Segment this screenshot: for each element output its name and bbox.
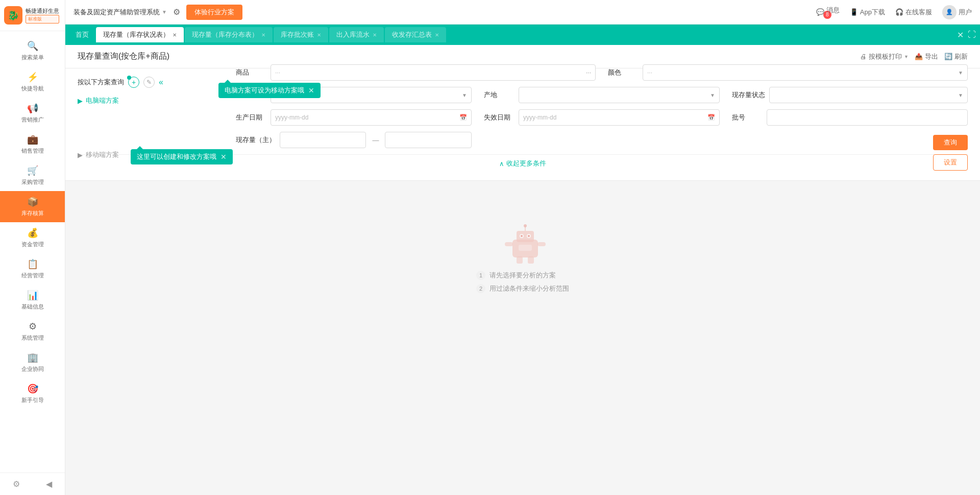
tab-batch-ledger[interactable]: 库存批次账 ✕	[274, 27, 328, 42]
tab-close-in-out[interactable]: ✕	[373, 32, 377, 38]
color-dropdown-icon: ▼	[958, 70, 963, 76]
export-icon: 📤	[915, 53, 923, 60]
filter-add-wrapper: +	[128, 77, 139, 88]
tab-close-batch-ledger[interactable]: ✕	[317, 32, 321, 38]
goods-label: 商品	[236, 68, 266, 77]
mfg-date-input[interactable]: yyyy-mm-dd 📅	[271, 109, 472, 126]
tabs-right: ✕ ⛶	[957, 30, 976, 40]
hint-text-2: 用过滤条件来缩小分析范围	[489, 284, 569, 293]
content-area: 现存量查询(按仓库+商品) 🖨 按模板打印 ▼ 📤 导出 🔄 刷新	[65, 45, 980, 495]
marketing-icon: 📢	[27, 103, 38, 114]
filter-row-3: 生产日期 yyyy-mm-dd 📅 失效日期 yyyy-mm-dd 📅	[236, 109, 968, 126]
logo-text: 畅捷通好生意	[26, 7, 59, 15]
online-support-label: 在线客服	[905, 8, 932, 17]
tab-inventory-dist-label: 现存量（库存分布表）	[192, 30, 258, 39]
sidebar-label-search: 搜索菜单	[21, 54, 44, 61]
tooltip-scheme-close[interactable]: ✕	[220, 153, 227, 161]
sidebar-item-finance[interactable]: 💰 资金管理	[0, 222, 65, 253]
tab-inventory-dist[interactable]: 现存量（库存分布表） ✕	[185, 27, 273, 42]
empty-state: 1 请先选择要分析的方案 2 用过滤条件来缩小分析范围	[65, 181, 980, 334]
exp-date-label: 失效日期	[484, 113, 514, 122]
print-button[interactable]: 🖨 按模板打印 ▼	[860, 52, 909, 61]
refresh-button[interactable]: 🔄 刷新	[944, 52, 968, 61]
refresh-label: 刷新	[954, 52, 968, 61]
sidebar-item-guide[interactable]: ⚡ 快捷导航	[0, 66, 65, 98]
exp-date-input[interactable]: yyyy-mm-dd 📅	[519, 109, 720, 126]
operation-icon: 📋	[27, 258, 38, 270]
empty-icon	[502, 222, 543, 263]
tab-fullscreen-icon[interactable]: ⛶	[968, 30, 976, 39]
mfg-date-placeholder: yyyy-mm-dd	[275, 114, 308, 121]
app-download-action[interactable]: 📱 App下载	[850, 8, 885, 17]
sidebar-label-guide: 快捷导航	[21, 85, 44, 92]
svg-rect-9	[537, 242, 546, 246]
purchase-icon: 🛒	[27, 165, 38, 176]
filter-row-4: 现存量（主） —	[236, 132, 968, 148]
empty-robot-svg	[502, 222, 548, 268]
sidebar-item-basic[interactable]: 📊 基础信息	[0, 285, 65, 316]
sidebar-label-basic: 基础信息	[21, 303, 44, 311]
sidebar-item-search[interactable]: 🔍 搜索菜单	[0, 35, 65, 66]
tab-collect-send[interactable]: 收发存汇总表 ✕	[385, 27, 446, 42]
header-left: 装备及固定资产辅助管理系统 ▼ ⚙ 体验行业方案	[74, 5, 242, 20]
message-action[interactable]: 💬 消息 8	[816, 6, 840, 19]
newbie-icon: 🎯	[27, 383, 38, 394]
sidebar-item-inventory[interactable]: 📦 库存核算	[0, 191, 65, 222]
user-action[interactable]: 👤 用户	[942, 5, 972, 19]
setting-button[interactable]: 设置	[933, 154, 968, 171]
sidebar-settings-icon[interactable]: ⚙	[11, 477, 22, 491]
sidebar-collapse-icon[interactable]: ◀	[44, 477, 54, 491]
filter-edit-button[interactable]: ✎	[143, 77, 155, 88]
sidebar-item-sales[interactable]: 💼 销售管理	[0, 129, 65, 160]
mfg-date-calendar-icon: 📅	[459, 114, 467, 121]
header-settings-icon[interactable]: ⚙	[173, 7, 180, 17]
sidebar-item-system[interactable]: ⚙ 系统管理	[0, 316, 65, 347]
sidebar-label-marketing: 营销推广	[21, 116, 44, 124]
field-exp-date: 失效日期 yyyy-mm-dd 📅	[484, 109, 720, 126]
tooltip-pc-close[interactable]: ✕	[308, 86, 314, 95]
sidebar-item-operation[interactable]: 📋 经营管理	[0, 253, 65, 285]
refresh-icon: 🔄	[944, 53, 952, 60]
chevron-down-icon: ▼	[162, 9, 167, 15]
filter-arrow-button[interactable]: «	[159, 78, 163, 87]
stock-status-dropdown-icon: ▼	[958, 92, 963, 98]
tooltip-scheme-edit: 这里可以创建和修改方案哦 ✕	[131, 149, 233, 164]
filter-label: 按以下方案查询	[78, 78, 124, 87]
filter-header: 按以下方案查询 + ✎ «	[78, 77, 968, 88]
sidebar-label-operation: 经营管理	[21, 272, 44, 279]
online-support-action[interactable]: 🎧 在线客服	[895, 8, 932, 17]
stock-main-to[interactable]	[385, 132, 471, 148]
print-icon: 🖨	[860, 53, 867, 60]
trial-button[interactable]: 体验行业方案	[186, 5, 242, 20]
tab-in-out[interactable]: 出入库流水 ✕	[329, 27, 384, 42]
sidebar-item-marketing[interactable]: 📢 营销推广	[0, 98, 65, 129]
hint-text-1: 请先选择要分析的方案	[489, 271, 556, 280]
sidebar-item-newbie[interactable]: 🎯 新手引导	[0, 378, 65, 409]
tab-home[interactable]: 首页	[69, 27, 95, 42]
tooltip-pc-scheme: 电脑方案可设为移动方案哦 ✕	[218, 83, 321, 98]
batch-input[interactable]	[767, 109, 968, 126]
system-name-select[interactable]: 装备及固定资产辅助管理系统 ▼	[74, 8, 167, 17]
svg-point-7	[524, 224, 527, 227]
origin-input[interactable]: ▼	[519, 87, 720, 103]
tab-close-inventory-status[interactable]: ✕	[173, 32, 177, 38]
tooltip-pc-text: 电脑方案可设为移动方案哦	[225, 86, 304, 95]
export-button[interactable]: 📤 导出	[915, 52, 938, 61]
search-button[interactable]: 查询	[933, 135, 968, 150]
size-dropdown-icon: ▼	[462, 92, 467, 98]
field-stock-main: 现存量（主） —	[236, 132, 472, 148]
logo-icon: 🐉	[4, 6, 22, 25]
tab-inventory-status[interactable]: 现存量（库存状况表） ✕	[96, 27, 184, 42]
tab-close-inventory-dist[interactable]: ✕	[261, 32, 265, 38]
stock-main-from[interactable]	[280, 132, 366, 148]
field-stock-status: 现存量状态 ▼	[732, 87, 968, 103]
export-label: 导出	[925, 52, 938, 61]
sidebar-item-purchase[interactable]: 🛒 采购管理	[0, 160, 65, 191]
stock-status-input[interactable]: ▼	[769, 87, 968, 103]
search-btn-group: 查询 设置	[933, 135, 968, 171]
empty-hint-2: 2 用过滤条件来缩小分析范围	[476, 284, 569, 293]
origin-dropdown-icon: ▼	[710, 92, 715, 98]
sidebar-item-enterprise[interactable]: 🏢 企业协同	[0, 347, 65, 378]
tab-close-all-icon[interactable]: ✕	[957, 30, 964, 40]
tab-close-collect-send[interactable]: ✕	[435, 32, 439, 38]
